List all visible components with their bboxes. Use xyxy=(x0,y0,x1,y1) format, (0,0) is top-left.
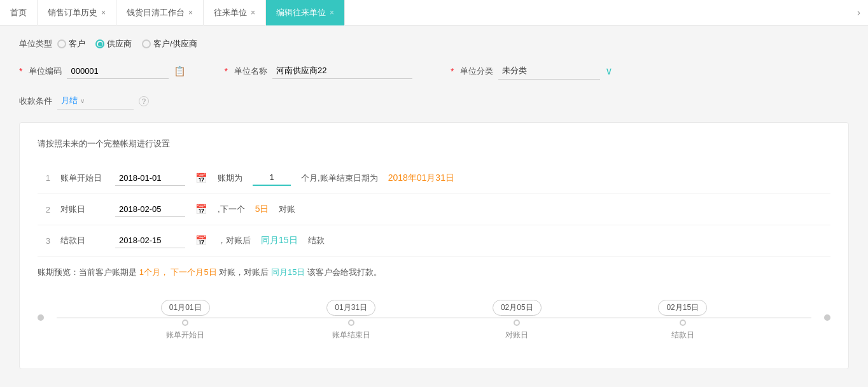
timeline-end-dot xyxy=(824,314,830,321)
page-content: 单位类型 客户 供应商 客户/供应商 xyxy=(0,25,868,387)
unit-type-row: 单位类型 客户 供应商 客户/供应商 xyxy=(19,38,849,50)
payment-terms-field: 收款条件 月结 ∨ ? xyxy=(19,92,149,109)
reconciliation-date-input[interactable] xyxy=(115,202,185,217)
payment-terms-select[interactable]: 月结 ∨ xyxy=(57,92,134,109)
preview-part2: 下一个月5日 xyxy=(171,267,216,277)
radio-customer-circle xyxy=(57,39,66,48)
timeline-bubble-2: 01月31日 xyxy=(326,300,375,316)
row-label-2: 对账日 xyxy=(60,204,105,215)
unit-name-field: * 单位名称 xyxy=(224,64,412,79)
unit-code-input[interactable] xyxy=(67,64,169,79)
radio-customer-supplier-circle xyxy=(142,39,151,48)
payment-terms-row: 收款条件 月结 ∨ ? xyxy=(19,92,849,109)
unit-name-required: * xyxy=(224,66,227,76)
bill-start-date-input[interactable] xyxy=(115,171,185,186)
timeline-dot-4 xyxy=(680,320,686,326)
timeline-point-0 xyxy=(38,300,44,321)
row-num-2: 2 xyxy=(38,205,50,215)
payment-terms-arrow: ∨ xyxy=(80,97,85,104)
reconciliation-date-cal-icon[interactable]: 📅 xyxy=(195,204,207,215)
help-icon[interactable]: ? xyxy=(139,96,149,106)
reconciliation-desc-suffix: 对账 xyxy=(279,204,295,215)
tabs-bar: 首页 销售订单历史 × 钱货日清工作台 × 往来单位 × 编辑往来单位 × › xyxy=(0,0,868,25)
tab-close-cash-goods-workbench[interactable]: × xyxy=(188,8,193,17)
tab-partner-units[interactable]: 往来单位 × xyxy=(204,0,266,25)
timeline-label-2: 账单结束日 xyxy=(332,330,370,341)
payment-date-input[interactable] xyxy=(115,233,185,248)
timeline-bubble-4: 02月15日 xyxy=(658,300,707,316)
preview-middle: 对账，对账后 xyxy=(219,267,269,277)
unit-code-icon[interactable]: 📋 xyxy=(174,66,186,77)
timeline-start-dot xyxy=(38,314,44,321)
radio-supplier-circle xyxy=(95,39,104,48)
timeline-bubble-3: 02月05日 xyxy=(493,300,542,316)
unit-category-label: 单位分类 xyxy=(460,66,493,77)
tab-more-button[interactable]: › xyxy=(850,7,868,18)
tab-close-edit-partner-unit[interactable]: × xyxy=(330,8,334,17)
unit-name-label: 单位名称 xyxy=(234,66,267,77)
unit-info-row: * 单位编码 📋 * 单位名称 * 单位分类 未分类 ∨ xyxy=(19,62,849,80)
timeline-point-2: 01月31日 账单结束日 xyxy=(326,300,375,341)
row-label-3: 结款日 xyxy=(60,235,105,246)
bill-start-date-cal-icon[interactable]: 📅 xyxy=(195,172,207,184)
radio-supplier[interactable]: 供应商 xyxy=(95,38,132,50)
unit-type-field: 单位类型 客户 供应商 客户/供应商 xyxy=(19,38,197,50)
timeline-wrapper: 01月01日 账单开始日 01月31日 账单结束日 02月05日 xyxy=(38,300,830,341)
timeline-point-3: 02月05日 对账日 xyxy=(493,300,542,341)
row-label-1: 账单开始日 xyxy=(60,172,105,184)
row-num-1: 1 xyxy=(38,173,50,183)
setting-row-3: 3 结款日 📅 ，对账后 同月15日 结款 xyxy=(38,225,830,257)
timeline-point-1: 01月01日 账单开始日 xyxy=(161,300,210,341)
payment-date-cal-icon[interactable]: 📅 xyxy=(195,235,207,246)
tab-edit-partner-unit[interactable]: 编辑往来单位 × xyxy=(266,0,345,25)
payment-desc-prefix: ，对账后 xyxy=(218,235,251,246)
preview-suffix: 该客户会给我打款。 xyxy=(307,267,382,277)
unit-name-input[interactable] xyxy=(272,64,412,79)
period-label: 账期为 xyxy=(218,172,242,184)
reconciliation-desc-highlight: 5日 xyxy=(255,204,269,215)
timeline-bubble-1: 01月01日 xyxy=(161,300,210,316)
radio-supplier-dot xyxy=(98,42,102,46)
timeline-points: 01月01日 账单开始日 01月31日 账单结束日 02月05日 xyxy=(38,300,830,341)
unit-category-dropdown-icon[interactable]: ∨ xyxy=(605,65,613,77)
unit-category-field: * 单位分类 未分类 ∨ xyxy=(451,62,613,80)
tab-home[interactable]: 首页 xyxy=(0,0,38,25)
timeline-point-4: 02月15日 结款日 xyxy=(658,300,707,341)
preview-text: 账期预览：当前客户账期是 1个月， 下一个月5日 对账，对账后 同月15日 该客… xyxy=(38,257,830,293)
period-unit-text: 个月,账单结束日期为 xyxy=(301,172,378,184)
setting-row-2: 2 对账日 📅 ,下一个 5日 对账 xyxy=(38,194,830,225)
timeline-section: 01月01日 账单开始日 01月31日 账单结束日 02月05日 xyxy=(38,293,830,353)
tab-close-partner-units[interactable]: × xyxy=(251,8,255,17)
unit-type-label: 单位类型 xyxy=(19,38,52,50)
tab-cash-goods-workbench[interactable]: 钱货日清工作台 × xyxy=(116,0,204,25)
unit-category-value: 未分类 xyxy=(498,62,600,80)
timeline-dot-2 xyxy=(348,320,354,326)
reconciliation-desc-prefix: ,下一个 xyxy=(218,204,245,215)
row-num-3: 3 xyxy=(38,236,50,246)
period-settings-panel: 请按照未来的一个完整帐期进行设置 1 账单开始日 📅 账期为 个月,账单结束日期… xyxy=(19,122,849,369)
unit-type-radio-group: 客户 供应商 客户/供应商 xyxy=(57,38,197,50)
radio-customer-supplier[interactable]: 客户/供应商 xyxy=(142,38,197,50)
preview-part1: 1个月， xyxy=(139,267,169,277)
timeline-point-end xyxy=(824,300,830,321)
panel-title: 请按照未来的一个完整帐期进行设置 xyxy=(38,138,830,150)
payment-desc-highlight: 同月15日 xyxy=(261,235,298,246)
timeline-dot-3 xyxy=(514,320,520,326)
preview-part3: 同月15日 xyxy=(271,267,305,277)
unit-code-required: * xyxy=(19,66,22,76)
payment-terms-label: 收款条件 xyxy=(19,95,52,107)
tab-sales-order-history[interactable]: 销售订单历史 × xyxy=(38,0,116,25)
tab-close-sales-order-history[interactable]: × xyxy=(101,8,106,17)
setting-row-1: 1 账单开始日 📅 账期为 个月,账单结束日期为 2018年01月31日 xyxy=(38,162,830,194)
payment-terms-value: 月结 xyxy=(61,95,78,106)
timeline-label-4: 结款日 xyxy=(671,330,694,341)
radio-customer[interactable]: 客户 xyxy=(57,38,85,50)
unit-code-field: * 单位编码 📋 xyxy=(19,64,186,79)
timeline-label-3: 对账日 xyxy=(505,330,528,341)
timeline-label-1: 账单开始日 xyxy=(166,330,204,341)
unit-category-required: * xyxy=(451,66,454,76)
period-end-date: 2018年01月31日 xyxy=(388,172,454,184)
payment-desc-suffix: 结款 xyxy=(308,235,325,246)
timeline-dot-1 xyxy=(182,320,188,326)
period-value-input[interactable] xyxy=(253,170,291,186)
